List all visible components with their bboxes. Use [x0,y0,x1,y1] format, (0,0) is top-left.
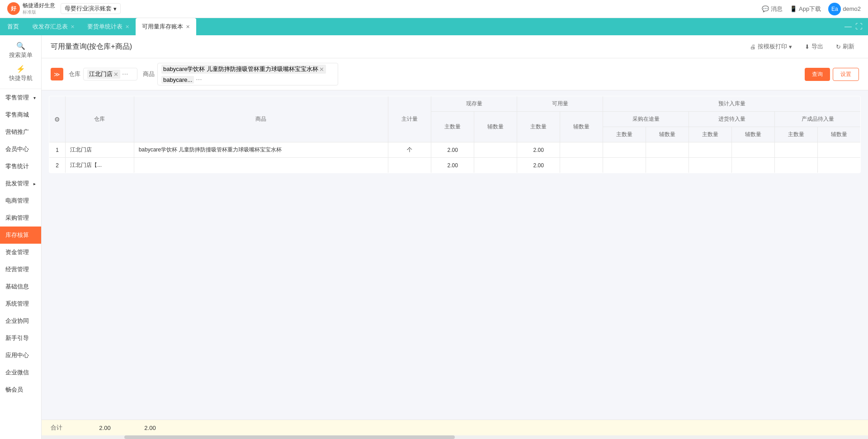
product-input[interactable]: babycare学饮杯 儿童防摔防撞吸管杯重力球吸嘴杯宝宝水杯 ✕ babyca… [157,63,338,85]
tab-receive-label: 收发存汇总表 [33,23,68,31]
sidebar-item-system[interactable]: 系统管理 [0,295,41,312]
th-purch-main: 主数量 [603,127,646,142]
warehouse-input[interactable]: 江北门店 ✕ ··· [83,68,137,80]
warehouse-tag-close[interactable]: ✕ [113,71,118,78]
sidebar-item-inventory[interactable]: 库存核算 [0,227,41,244]
quick-nav-btn[interactable]: ⚡ 快捷导航 [0,62,41,85]
product-tag: babycare学饮杯 儿童防摔防撞吸管杯重力球吸嘴杯宝宝水杯 ✕ [161,65,326,74]
sidebar-item-purchase[interactable]: 采购管理 [0,209,41,227]
tab-available-stock-close[interactable]: ✕ [186,24,190,30]
sidebar-item-enterprise[interactable]: 企业协同 [0,312,41,330]
tab-minimize-btn[interactable]: — [844,23,852,31]
sidebar-item-basic-label: 基础信息 [5,283,29,291]
row2-purch-main [603,158,646,173]
th-prod-main: 主数量 [775,127,818,142]
row2-prod-aux [817,158,860,173]
row1-purch-main [603,142,646,158]
app-download-label: App下载 [799,5,821,13]
product-ellipsis[interactable]: ··· [196,76,202,84]
sidebar-item-system-label: 系统管理 [5,300,29,308]
filter-actions: 查询 设置 [805,68,859,81]
sidebar-item-guide[interactable]: 新手引导 [0,330,41,347]
sidebar-item-wechat[interactable]: 企业微信 [0,364,41,381]
product-tag-close[interactable]: ✕ [319,66,324,73]
tab-actions: — ⛶ [839,23,868,31]
chevron-down-icon: ▾ [113,5,117,12]
content-area: 可用量查询(按仓库+商品) 🖨 按模板打印 ▾ ⬇ 导出 ↻ 刷新 [42,35,868,439]
row1-in-main [689,142,732,158]
tab-order-stat-close[interactable]: ✕ [125,24,129,30]
row1-stock-aux [474,142,517,158]
sidebar-item-appstore-label: 应用中心 [5,351,29,359]
company-name: 母婴行业演示账套 [65,5,112,13]
row2-stock-main: 2.00 [431,158,474,173]
refresh-label: 刷新 [843,42,854,51]
query-btn[interactable]: 查询 [805,68,830,81]
row1-purch-aux [646,142,689,158]
row2-purch-aux [646,158,689,173]
sidebar-item-wholesale[interactable]: 批发管理 [0,175,41,192]
th-product-pending: 产成品待入量 [775,112,861,127]
row1-unit: 个 [388,142,431,158]
tab-receive[interactable]: 收发存汇总表 ✕ [26,18,81,35]
tab-receive-close[interactable]: ✕ [71,24,75,30]
main-layout: 🔍 搜索菜单 ⚡ 快捷导航 零售管理 零售商城 营销推广 会员中心 零售统计 [0,35,868,439]
print-btn[interactable]: 🖨 按模板打印 ▾ [745,41,797,52]
table-row: 2 江北门店【... 2.00 2.00 [49,158,861,173]
filter-toggle-btn[interactable]: ≫ [51,68,63,80]
settings-btn[interactable]: 设置 [833,68,859,81]
sidebar-item-finance-label: 资金管理 [5,248,29,256]
sidebar-item-retail-mall[interactable]: 零售商城 [0,106,41,123]
tab-maximize-btn[interactable]: ⛶ [855,23,863,31]
sidebar-item-operation-label: 经营管理 [5,265,29,274]
company-selector[interactable]: 母婴行业演示账套 ▾ [61,3,121,14]
avatar: Ea [828,3,841,15]
sidebar-item-retail-stat[interactable]: 零售统计 [0,158,41,175]
warehouse-filter: 仓库 江北门店 ✕ ··· [69,68,137,80]
sidebar-item-appstore[interactable]: 应用中心 [0,347,41,364]
sidebar-item-retail[interactable]: 零售管理 [0,89,41,106]
row1-stock-main: 2.00 [431,142,474,158]
scrollbar-thumb[interactable] [124,435,455,439]
th-incoming-pending: 进货待入量 [689,112,775,127]
tab-available-stock[interactable]: 可用量库存账本 ✕ [136,18,196,35]
sidebar: 🔍 搜索菜单 ⚡ 快捷导航 零售管理 零售商城 营销推广 会员中心 零售统计 [0,35,42,439]
product-label: 商品 [143,70,155,78]
sidebar-item-inventory-label: 库存核算 [5,231,29,239]
th-unit: 主计量 [388,96,431,142]
row1-product: babycare学饮杯 儿童防摔防撞吸管杯重力球吸嘴杯宝宝水杯 [134,142,388,158]
page-title: 可用量查询(按仓库+商品) [51,42,132,52]
tab-home[interactable]: 首页 [0,18,26,35]
tab-order-stat[interactable]: 要货单统计表 ✕ [81,18,136,35]
th-planned-in: 预计入库量 [603,96,861,112]
sidebar-item-member-label: 会员中心 [5,145,29,153]
sidebar-item-finance[interactable]: 资金管理 [0,244,41,261]
row2-warehouse: 江北门店【... [66,158,134,173]
app-download-btn[interactable]: 📱 App下载 [790,5,821,13]
filter-toggle-icon: ≫ [54,71,60,78]
table-container: ⚙ 仓库 商品 主计量 现存量 可用量 预计入库量 主数量 辅数量 主数量 辅数… [42,90,868,420]
th-avail-main: 主数量 [517,112,560,142]
sidebar-item-marketing[interactable]: 营销推广 [0,123,41,141]
row2-in-aux [732,158,775,173]
sidebar-item-vip[interactable]: 畅会员 [0,381,41,398]
user-area[interactable]: Ea demo2 [828,3,861,15]
sidebar-item-member[interactable]: 会员中心 [0,141,41,158]
message-btn[interactable]: 💬 消息 [762,5,783,13]
sidebar-item-operation[interactable]: 经营管理 [0,261,41,278]
horizontal-scrollbar[interactable] [42,435,868,439]
footer-avail-main: 2.00 [132,425,168,431]
export-btn[interactable]: ⬇ 导出 [800,41,828,52]
th-settings: ⚙ [49,96,66,142]
sidebar-item-marketing-label: 营销推广 [5,128,29,136]
refresh-btn[interactable]: ↻ 刷新 [831,41,859,52]
row2-index: 2 [49,158,66,173]
sidebar-item-basic[interactable]: 基础信息 [0,278,41,295]
gear-icon[interactable]: ⚙ [54,116,60,123]
footer-values: 2.00 2.00 [87,425,168,431]
sidebar-item-purchase-label: 采购管理 [5,214,29,222]
warehouse-ellipsis[interactable]: ··· [122,70,128,78]
sidebar-item-ecommerce[interactable]: 电商管理 [0,192,41,209]
search-menu-btn[interactable]: 🔍 搜索菜单 [0,39,41,62]
sidebar-item-retail-mall-label: 零售商城 [5,111,29,119]
